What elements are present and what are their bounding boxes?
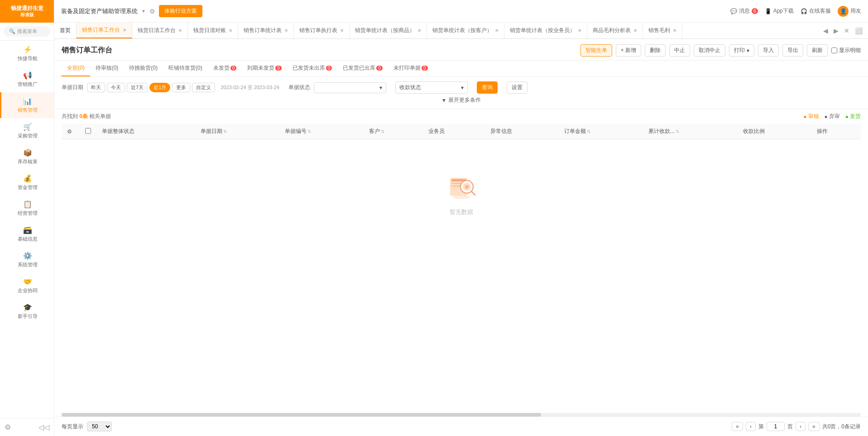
select-all-checkbox[interactable] (85, 128, 91, 134)
tab-prev-icon[interactable]: ◀ (821, 26, 830, 35)
export-btn[interactable]: 导出 (782, 44, 803, 57)
stop-btn[interactable]: 中止 (669, 44, 690, 57)
show-detail-checkbox[interactable]: 显示明细 (831, 47, 861, 54)
next-page-btn[interactable]: › (796, 422, 806, 431)
batch-revoke-btn[interactable]: ● 弃审 (825, 113, 840, 120)
tab-close-sales_more-icon[interactable]: ✕ (673, 28, 676, 33)
th-checkbox[interactable] (80, 124, 96, 139)
date-btn-更多[interactable]: 更多 (172, 83, 190, 92)
collapse-icon[interactable]: ◁◁ (38, 423, 49, 431)
sub-tab-label: 已发货已出库 (343, 64, 375, 72)
tab-home[interactable]: 首页 (54, 23, 77, 38)
tab-sales_stat[interactable]: 销售订单统计表✕ (238, 23, 294, 38)
refresh-btn[interactable]: 刷新 (807, 44, 828, 57)
topbar-gear-icon[interactable]: ⚙ (149, 8, 155, 15)
th-settings[interactable]: ⚙ (62, 124, 80, 139)
sub-tab-not_printed[interactable]: 未打印单据0 (388, 61, 433, 76)
smart-create-btn[interactable]: 智能生单 (580, 44, 612, 57)
prev-page-btn[interactable]: ‹ (746, 422, 756, 431)
cancel-stop-btn[interactable]: 取消中止 (694, 44, 725, 57)
sidebar-search-container[interactable]: 🔍 搜索菜单 (0, 23, 54, 41)
app-download-btn[interactable]: 📱 App下载 (765, 7, 794, 15)
th-amount[interactable]: 订单金额⇅ (559, 124, 643, 139)
tab-close-sales_exec-icon[interactable]: ✕ (340, 28, 344, 33)
last-page-btn[interactable]: » (808, 422, 820, 431)
date-btn-今天[interactable]: 今天 (107, 83, 125, 92)
expand-filter-btn[interactable]: ▼ 展开更多条件 (62, 96, 861, 104)
batch-approve-btn[interactable]: ● 审核 (803, 113, 819, 120)
tab-label: 销货单统计表（按商品） (355, 27, 415, 34)
tab-sales_stat_product[interactable]: 销货单统计表（按商品）✕ (350, 23, 427, 38)
status-select[interactable]: ▾ (314, 82, 386, 93)
tab-sales_more[interactable]: 销售毛利✕ (643, 23, 682, 38)
tab-close-gross_profit-icon[interactable]: ✕ (633, 28, 637, 33)
sidebar-item-enterprise[interactable]: 🤝企业协同 (0, 273, 54, 299)
tab-close-sales_stat-icon[interactable]: ✕ (284, 28, 288, 33)
print-btn[interactable]: 打印 ▾ (729, 44, 754, 57)
sidebar-item-marketing[interactable]: 📢营销推广 (0, 66, 54, 92)
th-number[interactable]: 单据编号⇅ (279, 124, 364, 139)
tab-cash_reconcile[interactable]: 钱货日清对账✕ (188, 23, 238, 38)
show-detail-input[interactable] (831, 47, 837, 53)
tab-sales_stat_customer[interactable]: 销货单统计表（按客户）✕ (427, 23, 504, 38)
tab-close-sales_stat_product-icon[interactable]: ✕ (417, 28, 421, 33)
tab-close-icon[interactable]: ✕ (842, 26, 851, 35)
experience-btn[interactable]: 体验行业方案 (159, 5, 202, 17)
sidebar-item-purchase[interactable]: 🛒采购管理 (0, 118, 54, 144)
th-date[interactable]: 单据日期⇅ (195, 124, 279, 139)
add-btn[interactable]: + 新增 (616, 44, 641, 57)
tab-gross_profit[interactable]: 商品毛利分析表✕ (587, 23, 643, 38)
tab-next-icon[interactable]: ▶ (832, 26, 840, 35)
date-btn-昨天[interactable]: 昨天 (87, 83, 105, 92)
sub-tab-overdue_ship[interactable]: 到期未发货0 (242, 61, 287, 76)
tab-close-sales_stat_customer-icon[interactable]: ✕ (495, 28, 499, 33)
sidebar-item-sales[interactable]: 📊销售管理 (0, 92, 54, 118)
topbar: 装备及固定资产辅助管理系统 ▼ ⚙ 体验行业方案 💬 消息 6 📱 App下载 … (54, 0, 868, 23)
sidebar-item-basic[interactable]: 🗃️基础信息 (0, 221, 54, 247)
tab-sales_stat_staff[interactable]: 销货单统计表（按业务员）✕ (504, 23, 587, 38)
tab-close-sales_workbench-icon[interactable]: ✕ (123, 28, 126, 33)
date-btn-自定义[interactable]: 自定义 (192, 83, 215, 92)
sub-tab-pending_review[interactable]: 待审核(0) (90, 61, 124, 76)
sub-tab-shipped_out[interactable]: 已发货已出库0 (337, 61, 388, 76)
sidebar-item-operations[interactable]: 📋经营管理 (0, 195, 54, 221)
page-input[interactable] (767, 422, 785, 431)
first-page-btn[interactable]: « (732, 422, 743, 431)
tab-sales_exec[interactable]: 销售订单执行表✕ (294, 23, 350, 38)
dropdown-arrow-icon[interactable]: ▼ (141, 9, 146, 14)
tab-close-cash_daily-icon[interactable]: ✕ (178, 28, 182, 33)
th-received[interactable]: 累计收款...⇅ (643, 124, 738, 139)
tab-maximize-icon[interactable]: ⬜ (853, 26, 864, 35)
tab-close-sales_stat_staff-icon[interactable]: ✕ (578, 28, 581, 33)
message-btn[interactable]: 💬 消息 6 (730, 7, 758, 15)
horizontal-scrollbar[interactable] (62, 413, 861, 417)
sub-tab-all[interactable]: 全部(0) (62, 61, 90, 76)
sub-tab-pending_inspection[interactable]: 待挑验货(0) (124, 61, 163, 76)
query-btn[interactable]: 查询 (477, 81, 498, 94)
page-size-select[interactable]: 50 100 200 (87, 422, 112, 431)
import-btn[interactable]: 导入 (758, 44, 779, 57)
tab-cash_daily[interactable]: 钱货日清工作台✕ (132, 23, 188, 38)
date-btn-近1月[interactable]: 近1月 (149, 83, 170, 92)
sub-tab-not_shipped[interactable]: 未发货0 (208, 61, 242, 76)
batch-ship-btn[interactable]: ● 发货 (845, 113, 861, 120)
sub-tab-wangpu_ship[interactable]: 旺铺待发货(0) (163, 61, 208, 76)
th-customer[interactable]: 客户⇅ (364, 124, 423, 139)
sidebar-item-guide[interactable]: 🎓新手引导 (0, 299, 54, 324)
user-menu[interactable]: 👤 用友 (838, 6, 861, 17)
settings-icon[interactable]: ⚙ (5, 423, 11, 431)
tab-close-cash_reconcile-icon[interactable]: ✕ (229, 28, 232, 33)
payment-select[interactable]: 收款状态 ▾ (395, 81, 468, 94)
scroll-thumb[interactable] (62, 413, 541, 417)
sub-tab-shipped_not_out[interactable]: 已发货未出库0 (287, 61, 338, 76)
sidebar-item-quick[interactable]: ⚡快捷导航 (0, 41, 54, 66)
filter-setting-btn[interactable]: 设置 (507, 81, 528, 94)
date-btn-近7天[interactable]: 近7天 (127, 83, 148, 92)
sidebar-item-inventory[interactable]: 📦库存核算 (0, 144, 54, 170)
online-service-btn[interactable]: 🎧 在线客服 (801, 7, 831, 15)
delete-btn[interactable]: 删除 (645, 44, 666, 57)
sidebar-item-system[interactable]: ⚙️系统管理 (0, 247, 54, 273)
sidebar-item-finance[interactable]: 💰资金管理 (0, 170, 54, 195)
tab-sales_workbench[interactable]: 销售订单工作台✕ (77, 23, 132, 38)
search-trigger[interactable]: 🔍 搜索菜单 (4, 26, 50, 37)
